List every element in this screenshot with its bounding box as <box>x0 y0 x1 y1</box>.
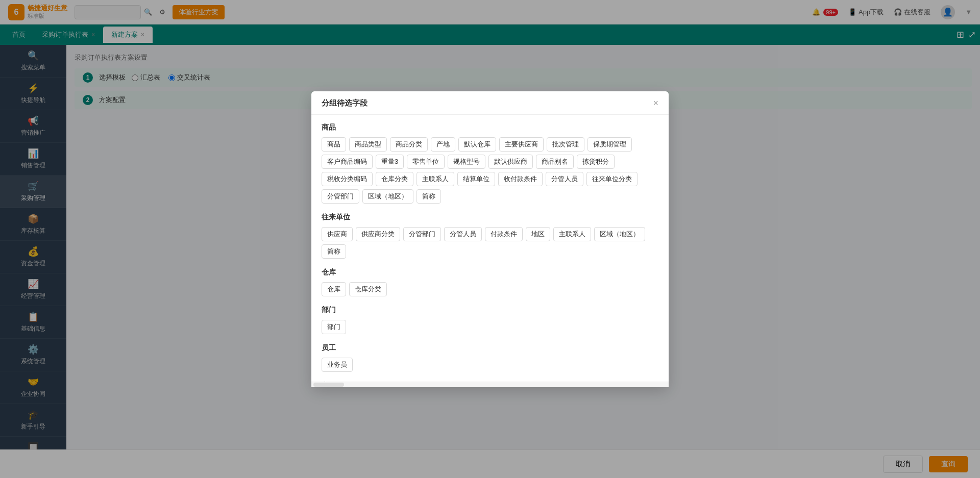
field-tag[interactable]: 商品类型 <box>349 137 387 152</box>
modal-title: 分组待选字段 <box>322 98 368 108</box>
field-tag[interactable]: 供应商分类 <box>356 227 400 241</box>
field-tag[interactable]: 零售单位 <box>407 155 445 169</box>
field-tags-partner: 供应商 供应商分类 分管部门 分管人员 付款条件 地区 主联系人 区域（地区） … <box>322 227 658 259</box>
field-tag[interactable]: 业务员 <box>322 358 353 372</box>
field-group-warehouse-title: 仓库 <box>322 268 658 277</box>
field-group-employee-title: 员工 <box>322 343 658 353</box>
field-tag[interactable]: 供应商 <box>322 227 353 241</box>
field-tag[interactable]: 规格型号 <box>448 155 485 169</box>
field-tag[interactable]: 地区 <box>526 227 550 241</box>
field-group-department: 部门 部门 <box>322 306 658 334</box>
field-tag[interactable]: 部门 <box>322 320 346 334</box>
field-tag[interactable]: 商品分类 <box>390 137 428 152</box>
field-tag[interactable]: 分管部门 <box>403 227 441 241</box>
field-tag[interactable]: 付款条件 <box>485 227 523 241</box>
field-tag[interactable]: 仓库 <box>322 282 346 296</box>
field-tag[interactable]: 区域（地区） <box>594 227 645 241</box>
field-tag[interactable]: 收付款条件 <box>498 172 543 186</box>
field-tag[interactable]: 拣货积分 <box>577 155 615 169</box>
field-tag[interactable]: 主要供应商 <box>499 137 544 152</box>
field-tag[interactable]: 批次管理 <box>547 137 584 152</box>
field-tag[interactable]: 默认供应商 <box>488 155 533 169</box>
field-tag[interactable]: 税收分类编码 <box>322 172 373 186</box>
field-tag[interactable]: 往来单位分类 <box>586 172 638 186</box>
modal-horizontal-scrollbar[interactable] <box>311 382 669 387</box>
field-tags-goods: 商品 商品类型 商品分类 产地 默认仓库 主要供应商 批次管理 保质期管理 客户… <box>322 137 658 204</box>
field-tag[interactable]: 保质期管理 <box>587 137 632 152</box>
field-tag[interactable]: 仓库分类 <box>376 172 413 186</box>
field-tag[interactable]: 商品别名 <box>536 155 574 169</box>
field-tag[interactable]: 简称 <box>416 189 441 204</box>
modal-dialog: 分组待选字段 × 商品 商品 商品类型 商品分类 产地 默认仓库 主要供应商 批… <box>311 91 669 387</box>
field-group-partner-title: 往来单位 <box>322 213 658 222</box>
field-tag[interactable]: 仓库分类 <box>349 282 387 296</box>
field-tag[interactable]: 产地 <box>431 137 455 152</box>
field-tag[interactable]: 重量3 <box>376 155 404 169</box>
field-group-department-title: 部门 <box>322 306 658 315</box>
modal-overlay: 分组待选字段 × 商品 商品 商品类型 商品分类 产地 默认仓库 主要供应商 批… <box>0 0 980 478</box>
field-tag[interactable]: 结算单位 <box>457 172 495 186</box>
field-tag[interactable]: 主联系人 <box>553 227 591 241</box>
field-tag[interactable]: 商品 <box>322 137 346 152</box>
field-tag[interactable]: 分管部门 <box>322 189 359 204</box>
field-tag[interactable]: 客户商品编码 <box>322 155 373 169</box>
field-group-employee: 员工 业务员 <box>322 343 658 372</box>
field-group-partner: 往来单位 供应商 供应商分类 分管部门 分管人员 付款条件 地区 主联系人 区域… <box>322 213 658 259</box>
field-group-goods: 商品 商品 商品类型 商品分类 产地 默认仓库 主要供应商 批次管理 保质期管理… <box>322 123 658 204</box>
field-tags-employee: 业务员 <box>322 358 658 372</box>
field-tag[interactable]: 区域（地区） <box>362 189 413 204</box>
scrollbar-thumb <box>313 383 344 387</box>
field-tag[interactable]: 分管人员 <box>444 227 482 241</box>
modal-body: 商品 商品 商品类型 商品分类 产地 默认仓库 主要供应商 批次管理 保质期管理… <box>311 115 669 382</box>
field-tag[interactable]: 简称 <box>322 244 346 259</box>
field-group-warehouse: 仓库 仓库 仓库分类 <box>322 268 658 296</box>
field-tag[interactable]: 默认仓库 <box>458 137 496 152</box>
field-tags-warehouse: 仓库 仓库分类 <box>322 282 658 296</box>
field-tag[interactable]: 主联系人 <box>416 172 454 186</box>
field-tag[interactable]: 分管人员 <box>546 172 583 186</box>
modal-header: 分组待选字段 × <box>311 91 669 115</box>
field-tags-department: 部门 <box>322 320 658 334</box>
field-group-goods-title: 商品 <box>322 123 658 132</box>
modal-close-button[interactable]: × <box>653 98 658 108</box>
